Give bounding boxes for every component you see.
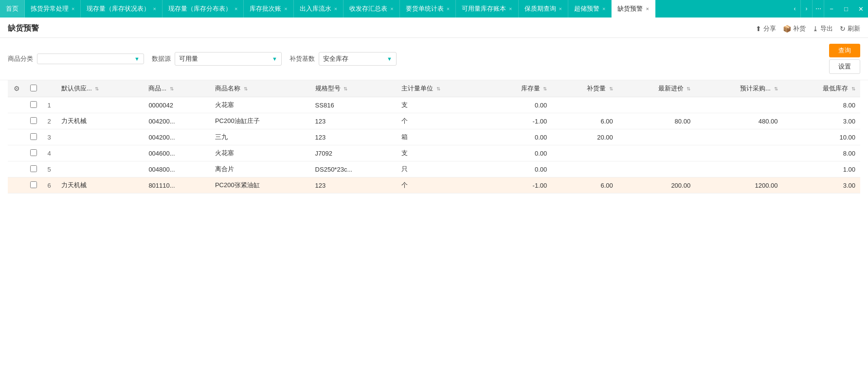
tab-close-8[interactable]: × bbox=[509, 6, 512, 12]
sort-stock-icon: ⇅ bbox=[543, 86, 547, 91]
row-goods-name-2: 三九 bbox=[210, 129, 310, 145]
tab-item-7[interactable]: 要货单统计表× bbox=[400, 0, 456, 18]
row-checkbox-cell-0 bbox=[25, 97, 42, 113]
tab-close-7[interactable]: × bbox=[447, 6, 450, 12]
th-unit[interactable]: 主计量单位 ⇅ bbox=[397, 80, 486, 97]
row-unit-5: 个 bbox=[397, 177, 486, 194]
tab-item-3[interactable]: 现存量（库存分布表）× bbox=[163, 0, 244, 18]
window-minimize-btn[interactable]: − bbox=[824, 0, 839, 18]
row-gear-0 bbox=[8, 97, 25, 113]
tab-close-9[interactable]: × bbox=[559, 6, 562, 12]
table-row: 4004600...火花塞J7092支0.008.00 bbox=[8, 145, 860, 161]
table-container: ⚙ 默认供应... ⇅ 商品... ⇅ 商品名称 bbox=[0, 80, 868, 194]
th-min-stock[interactable]: 最低库存 ⇅ bbox=[783, 80, 860, 97]
basis-filter-group: 补货基数 安全库存 ▼ bbox=[289, 52, 397, 66]
header-actions: ⬆ 分享 📦 补货 ⤓ 导出 ↻ 刷新 bbox=[756, 24, 860, 33]
row-est-purchase-3 bbox=[695, 145, 782, 161]
page-content: 缺货预警 ⬆ 分享 📦 补货 ⤓ 导出 ↻ 刷新 商品分类 bbox=[0, 18, 868, 387]
datasource-filter-group: 数据源 可用量 ▼ bbox=[152, 52, 282, 66]
tab-item-4[interactable]: 库存批次账× bbox=[244, 0, 293, 18]
sort-latest-price-icon: ⇅ bbox=[687, 86, 690, 91]
row-supplement-4 bbox=[552, 161, 617, 177]
th-est-purchase[interactable]: 预计采购... ⇅ bbox=[695, 80, 782, 97]
sort-goods-code-icon: ⇅ bbox=[170, 86, 174, 91]
tab-item-8[interactable]: 可用量库存账本× bbox=[456, 0, 518, 18]
th-spec[interactable]: 规格型号 ⇅ bbox=[310, 80, 397, 97]
refresh-label: 刷新 bbox=[848, 24, 860, 33]
tab-label-1: 拣货异常处理 bbox=[31, 4, 69, 13]
row-stock-1: -1.00 bbox=[486, 113, 552, 129]
tab-close-2[interactable]: × bbox=[153, 6, 156, 12]
row-checkbox-3[interactable] bbox=[30, 149, 37, 156]
query-button[interactable]: 查询 bbox=[829, 44, 860, 57]
th-goods-code[interactable]: 商品... ⇅ bbox=[144, 80, 210, 97]
row-num-0: 1 bbox=[42, 97, 56, 113]
row-checkbox-4[interactable] bbox=[30, 165, 37, 172]
row-supplier-0 bbox=[56, 97, 144, 113]
supplement-label: 补货 bbox=[793, 24, 806, 33]
row-spec-0: SS816 bbox=[310, 97, 397, 113]
th-supplier[interactable]: 默认供应... ⇅ bbox=[56, 80, 144, 97]
row-goods-name-4: 离合片 bbox=[210, 161, 310, 177]
row-min-stock-2: 10.00 bbox=[783, 129, 860, 145]
tab-item-0[interactable]: 首页 bbox=[0, 0, 25, 18]
tab-close-11[interactable]: × bbox=[646, 6, 649, 12]
datasource-select[interactable]: 可用量 ▼ bbox=[175, 52, 282, 66]
th-supplement[interactable]: 补货量 ⇅ bbox=[552, 80, 617, 97]
row-est-purchase-0 bbox=[695, 97, 782, 113]
row-gear-5 bbox=[8, 177, 25, 194]
tab-item-5[interactable]: 出入库流水× bbox=[294, 0, 344, 18]
row-min-stock-4: 1.00 bbox=[783, 161, 860, 177]
share-icon: ⬆ bbox=[756, 25, 761, 33]
settings-button[interactable]: 设置 bbox=[829, 59, 860, 74]
datasource-dropdown-icon: ▼ bbox=[272, 56, 277, 62]
row-checkbox-0[interactable] bbox=[30, 101, 37, 108]
tab-item-2[interactable]: 现存量（库存状况表）× bbox=[81, 0, 162, 18]
tab-close-3[interactable]: × bbox=[235, 6, 237, 12]
category-dropdown-icon: ▼ bbox=[134, 56, 140, 62]
tab-menu-btn[interactable]: ⋯ bbox=[813, 0, 824, 18]
tab-item-10[interactable]: 超储预警× bbox=[568, 0, 612, 18]
tab-close-5[interactable]: × bbox=[334, 6, 337, 12]
refresh-btn[interactable]: ↻ 刷新 bbox=[840, 24, 860, 33]
category-select[interactable]: ▼ bbox=[37, 53, 144, 64]
row-latest-price-1: 80.00 bbox=[618, 113, 695, 129]
sort-supplement-icon: ⇅ bbox=[609, 86, 613, 91]
row-checkbox-5[interactable] bbox=[30, 181, 37, 188]
tab-item-11[interactable]: 缺货预警× bbox=[612, 0, 655, 18]
datasource-label: 数据源 bbox=[152, 54, 171, 63]
tab-close-4[interactable]: × bbox=[284, 6, 287, 12]
th-gear[interactable]: ⚙ bbox=[8, 80, 25, 97]
row-est-purchase-2 bbox=[695, 129, 782, 145]
datasource-select-value: 可用量 bbox=[179, 54, 198, 63]
supplement-icon: 📦 bbox=[783, 25, 791, 33]
tab-item-6[interactable]: 收发存汇总表× bbox=[344, 0, 399, 18]
tab-prev-btn[interactable]: ‹ bbox=[789, 0, 801, 18]
th-checkbox[interactable] bbox=[25, 80, 42, 97]
row-checkbox-1[interactable] bbox=[30, 117, 37, 124]
basis-select[interactable]: 安全库存 ▼ bbox=[319, 52, 397, 66]
share-btn[interactable]: ⬆ 分享 bbox=[756, 24, 776, 33]
select-all-checkbox[interactable] bbox=[30, 85, 37, 91]
th-stock[interactable]: 库存量 ⇅ bbox=[486, 80, 552, 97]
tab-close-1[interactable]: × bbox=[72, 6, 74, 12]
tab-item-9[interactable]: 保质期查询× bbox=[519, 0, 568, 18]
window-close-btn[interactable]: ✕ bbox=[853, 0, 868, 18]
th-goods-name[interactable]: 商品名称 ⇅ bbox=[210, 80, 310, 97]
supplement-btn[interactable]: 📦 补货 bbox=[783, 24, 806, 33]
export-btn[interactable]: ⤓ 导出 bbox=[813, 24, 833, 33]
tab-item-1[interactable]: 拣货异常处理× bbox=[25, 0, 81, 18]
row-goods-code-4: 004800... bbox=[144, 161, 210, 177]
gear-icon[interactable]: ⚙ bbox=[14, 85, 20, 92]
row-checkbox-2[interactable] bbox=[30, 133, 37, 140]
tab-next-btn[interactable]: › bbox=[801, 0, 813, 18]
row-supplement-2: 20.00 bbox=[552, 129, 617, 145]
row-spec-3: J7092 bbox=[310, 145, 397, 161]
tab-close-10[interactable]: × bbox=[602, 6, 605, 12]
page-title: 缺货预警 bbox=[8, 23, 39, 34]
tab-close-6[interactable]: × bbox=[390, 6, 393, 12]
th-latest-price[interactable]: 最新进价 ⇅ bbox=[618, 80, 695, 97]
tab-label-6: 收发存汇总表 bbox=[349, 4, 387, 13]
table-header-row: ⚙ 默认供应... ⇅ 商品... ⇅ 商品名称 bbox=[8, 80, 860, 97]
window-maximize-btn[interactable]: □ bbox=[839, 0, 853, 18]
